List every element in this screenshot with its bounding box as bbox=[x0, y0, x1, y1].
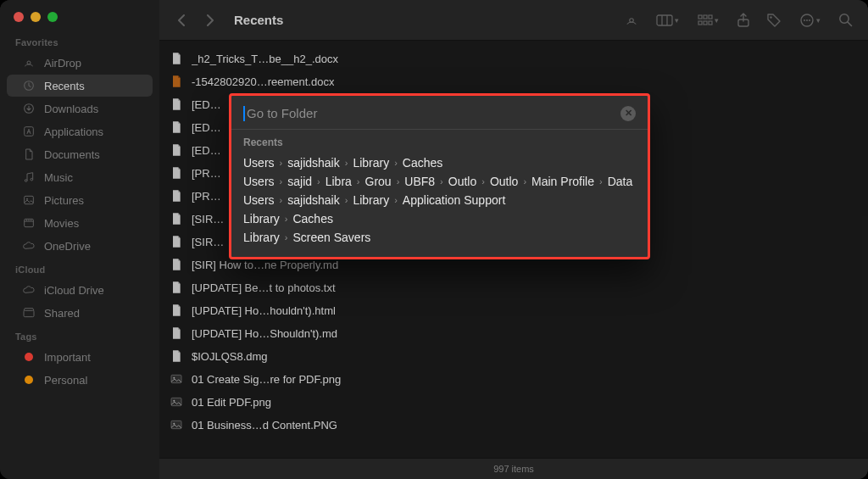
sidebar-item-label: Music bbox=[44, 171, 73, 184]
file-icon bbox=[170, 258, 183, 271]
window-title: Recents bbox=[234, 13, 283, 27]
file-name: 01 Create Sig…re for PDF.png bbox=[192, 373, 341, 386]
svg-rect-20 bbox=[709, 15, 712, 19]
minimize-window-button[interactable] bbox=[31, 12, 41, 22]
file-name: 01 Business…d Content.PNG bbox=[192, 419, 337, 432]
recent-path-item[interactable]: Users›sajidshaik›Library›Caches bbox=[243, 153, 636, 172]
svg-point-5 bbox=[31, 178, 33, 181]
path-segment: Outlo bbox=[448, 175, 476, 188]
forward-button[interactable] bbox=[198, 9, 222, 31]
tag-icon bbox=[22, 373, 36, 387]
view-columns-button[interactable]: ▾ bbox=[649, 9, 685, 31]
sidebar-item-icloud-drive[interactable]: iCloud Drive bbox=[7, 279, 153, 301]
status-text: 997 items bbox=[493, 464, 534, 474]
go-to-folder-popover: ✕ Recents Users›sajidshaik›Library›Cache… bbox=[229, 93, 650, 259]
file-row[interactable]: [UPDATE] Be…t to photos.txt bbox=[170, 278, 868, 297]
file-name: [PR… bbox=[192, 190, 221, 203]
chevron-right-icon: › bbox=[340, 195, 353, 205]
sidebar-section-header: Favorites bbox=[0, 31, 159, 51]
sidebar-item-label: AirDrop bbox=[44, 57, 81, 70]
file-row[interactable]: [UPDATE] Ho…Shouldn't).md bbox=[170, 324, 868, 343]
go-to-folder-input[interactable] bbox=[247, 103, 620, 124]
sidebar-item-onedrive[interactable]: OneDrive bbox=[7, 235, 153, 257]
file-name: [PR… bbox=[192, 167, 221, 180]
svg-point-25 bbox=[770, 16, 771, 18]
airdrop-icon[interactable] bbox=[619, 9, 644, 31]
back-button[interactable] bbox=[170, 9, 193, 31]
path-segment: sajid bbox=[287, 175, 312, 188]
close-window-button[interactable] bbox=[14, 12, 24, 22]
sidebar-item-music[interactable]: Music bbox=[7, 166, 153, 188]
search-button[interactable] bbox=[832, 9, 858, 31]
actions-button[interactable]: ▾ bbox=[792, 9, 827, 31]
file-row[interactable]: 01 Business…d Content.PNG bbox=[170, 415, 868, 434]
file-icon bbox=[170, 349, 183, 363]
sidebar-item-shared[interactable]: Shared bbox=[7, 302, 153, 324]
file-row[interactable]: 01 Create Sig…re for PDF.png bbox=[170, 370, 868, 388]
svg-rect-23 bbox=[709, 21, 712, 25]
sidebar-section-header: iCloud bbox=[0, 258, 159, 278]
recent-path-item[interactable]: Users›sajidshaik›Library›Application Sup… bbox=[243, 191, 636, 209]
sidebar-item-personal[interactable]: Personal bbox=[7, 369, 153, 391]
group-button[interactable]: ▾ bbox=[690, 9, 726, 31]
clear-input-button[interactable]: ✕ bbox=[620, 106, 636, 121]
path-segment: Grou bbox=[365, 175, 392, 188]
recents-icon bbox=[22, 79, 36, 92]
file-name: [SIR] How to…ne Properly.md bbox=[192, 259, 338, 271]
path-segment: Screen Savers bbox=[292, 231, 370, 244]
file-icon bbox=[170, 97, 183, 111]
sidebar-item-downloads[interactable]: Downloads bbox=[7, 97, 153, 120]
chevron-right-icon: › bbox=[280, 232, 293, 242]
recent-path-item[interactable]: Users›sajid›Libra›Grou›UBF8›Outlo›Outlo›… bbox=[243, 172, 636, 191]
file-name: [SIR… bbox=[192, 213, 224, 226]
movies-icon bbox=[22, 216, 36, 230]
sidebar-item-airdrop[interactable]: AirDrop bbox=[7, 52, 153, 74]
sidebar-section-header: Tags bbox=[0, 325, 159, 345]
path-segment: sajidshaik bbox=[287, 156, 339, 170]
sidebar-item-label: Personal bbox=[44, 374, 87, 387]
file-icon bbox=[170, 235, 183, 248]
share-button[interactable] bbox=[731, 9, 756, 31]
file-name: [ED… bbox=[192, 121, 221, 134]
sidebar-item-label: Downloads bbox=[44, 103, 98, 115]
file-row[interactable]: -1542802920…reement.docx bbox=[170, 72, 868, 91]
svg-rect-13 bbox=[24, 310, 34, 316]
file-name: [UPDATE] Be…t to photos.txt bbox=[192, 281, 336, 294]
sidebar-item-movies[interactable]: Movies bbox=[7, 212, 153, 234]
path-segment: UBF8 bbox=[404, 175, 435, 188]
sidebar-item-pictures[interactable]: Pictures bbox=[7, 189, 153, 211]
svg-rect-32 bbox=[171, 375, 181, 382]
sidebar-item-recents[interactable]: Recents bbox=[7, 75, 153, 97]
path-segment: Library bbox=[243, 212, 280, 226]
chevron-right-icon: › bbox=[340, 158, 353, 168]
file-row[interactable]: [UPDATE] Ho…houldn't).html bbox=[170, 301, 868, 320]
file-icon bbox=[170, 304, 183, 317]
toolbar: Recents ▾ bbox=[159, 0, 868, 41]
file-icon bbox=[170, 143, 183, 157]
recent-path-item[interactable]: Library›Screen Savers bbox=[243, 228, 636, 247]
sidebar-item-important[interactable]: Important bbox=[7, 346, 153, 368]
sidebar-item-documents[interactable]: Documents bbox=[7, 143, 153, 165]
sidebar-item-applications[interactable]: Applications bbox=[7, 120, 153, 142]
fullscreen-window-button[interactable] bbox=[47, 12, 58, 22]
tag-button[interactable] bbox=[761, 9, 787, 31]
tag-icon bbox=[22, 350, 36, 364]
chevron-right-icon: › bbox=[275, 158, 288, 168]
path-segment: Caches bbox=[403, 156, 442, 170]
svg-rect-19 bbox=[704, 15, 707, 19]
file-name: [UPDATE] Ho…houldn't).html bbox=[192, 304, 336, 317]
sidebar-item-label: Recents bbox=[44, 80, 85, 92]
file-row[interactable]: _h2_Tricks_T…be__h2_.docx bbox=[170, 49, 868, 68]
svg-rect-6 bbox=[25, 196, 34, 203]
recent-path-item[interactable]: Library›Caches bbox=[243, 209, 636, 228]
svg-line-31 bbox=[848, 22, 852, 26]
file-name: _h2_Tricks_T…be__h2_.docx bbox=[192, 53, 338, 65]
chevron-right-icon: › bbox=[312, 176, 326, 187]
svg-rect-21 bbox=[698, 21, 702, 25]
file-name: [UPDATE] Ho…Shouldn't).md bbox=[192, 327, 337, 340]
file-row[interactable]: 01 Edit PDF.png bbox=[170, 393, 868, 411]
file-row[interactable]: $IOJLQS8.dmg bbox=[170, 347, 868, 365]
svg-rect-22 bbox=[704, 21, 707, 25]
file-icon bbox=[170, 212, 183, 226]
text-cursor bbox=[243, 106, 245, 121]
